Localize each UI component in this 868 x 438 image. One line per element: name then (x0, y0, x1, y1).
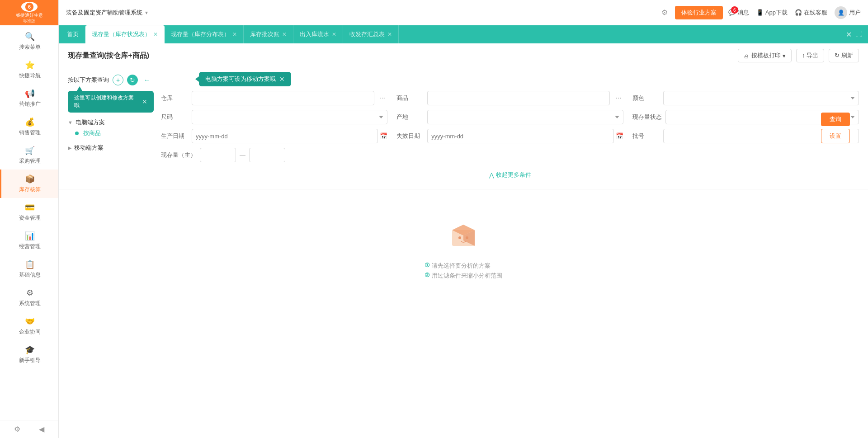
sidebar-footer: ⚙ ◀ (0, 420, 58, 438)
close-icon[interactable]: ✕ (153, 31, 158, 38)
stock-qty-max-input[interactable] (249, 148, 285, 162)
sidebar-item-collab[interactable]: 🤝 企业协同 (0, 312, 58, 340)
scheme-desktop-item[interactable]: 按商品 (75, 128, 154, 139)
warehouse-input[interactable] (192, 91, 374, 105)
sidebar-item-label: 企业协同 (19, 328, 41, 336)
sidebar-item-business[interactable]: 📊 经营管理 (0, 226, 58, 255)
goods-dots[interactable]: ··· (613, 94, 623, 102)
filter-grid: 仓库 ··· 商品 ··· 颜色 (161, 91, 859, 162)
template-print-btn[interactable]: 🖨 按模板打印 ▾ (738, 49, 792, 62)
close-icon[interactable]: ✕ (387, 31, 392, 38)
stock-status-label: 现存量状态 (632, 113, 662, 121)
card-icon: 💳 (25, 203, 35, 212)
sidebar-item-finance[interactable]: 💳 资金管理 (0, 198, 58, 226)
add-scheme-btn[interactable]: + (113, 75, 123, 85)
close-icon[interactable]: ✕ (282, 31, 287, 38)
topbar-right: 💬 6 消息 📱 App下载 🎧 在线客服 👤 用户 (728, 6, 861, 19)
goods-label: 商品 (396, 94, 424, 102)
online-support-btn[interactable]: 🎧 在线客服 (795, 9, 827, 17)
svg-point-6 (466, 236, 468, 239)
size-label: 尺码 (161, 113, 188, 121)
stock-qty-label: 现存量（主） (161, 151, 196, 159)
sidebar-item-purchase[interactable]: 🛒 采购管理 (0, 141, 58, 170)
mfg-date-input[interactable] (192, 129, 378, 143)
sidebar-item-system[interactable]: ⚙ 系统管理 (0, 283, 58, 312)
size-select[interactable] (192, 110, 387, 124)
box-icon: 📦 (25, 174, 35, 184)
color-select[interactable] (663, 91, 859, 105)
mfg-date-label: 生产日期 (161, 132, 188, 140)
refresh-btn[interactable]: ↻ 刷新 (829, 49, 859, 62)
app-download-label: App下载 (765, 9, 788, 17)
search-btn[interactable]: 查询 (821, 113, 850, 126)
reset-btn[interactable]: 设置 (821, 129, 850, 143)
tooltip-close-icon[interactable]: ✕ (279, 75, 285, 83)
tab-batch[interactable]: 库存批次账 ✕ (244, 25, 293, 43)
exp-date-input[interactable] (427, 129, 613, 143)
color-label: 颜色 (632, 94, 660, 102)
tab-stock-status[interactable]: 现存量（库存状况表） ✕ (85, 25, 165, 43)
stock-qty-min-input[interactable] (200, 148, 236, 162)
money-icon: 💰 (25, 117, 35, 127)
chevron-right-icon: ▶ (68, 145, 71, 151)
experience-btn[interactable]: 体验行业方案 (675, 6, 723, 19)
export-btn[interactable]: ↑ 导出 (796, 49, 824, 62)
filter-fields: 查询 设置 仓库 ··· 商品 ··· (154, 91, 859, 183)
settings-footer-icon[interactable]: ⚙ (14, 425, 20, 433)
sidebar-item-sales[interactable]: 💰 销售管理 (0, 113, 58, 141)
refresh-scheme-btn[interactable]: ↻ (127, 75, 138, 85)
tab-stock-dist[interactable]: 现存量（库存分布表） ✕ (165, 25, 244, 43)
filter-row-warehouse: 仓库 ··· (161, 91, 387, 105)
settings-icon[interactable]: ⚙ (661, 8, 668, 17)
fullscreen-icon[interactable]: ⛶ (855, 30, 863, 39)
phone-icon: 📱 (756, 9, 764, 16)
back-btn[interactable]: ← (142, 75, 152, 85)
sidebar-item-marketing[interactable]: 📢 营销推广 (0, 84, 58, 113)
list-icon: 📋 (25, 259, 35, 269)
filter-body: 这里可以创建和修改方案哦 ✕ ▼ 电脑端方案 按商品 (68, 91, 859, 183)
sidebar-item-nav[interactable]: ⭐ 快捷导航 (0, 56, 58, 84)
selected-dot (75, 132, 79, 135)
exp-date-label: 失效日期 (396, 132, 424, 140)
scheme-panel: 这里可以创建和修改方案哦 ✕ ▼ 电脑端方案 按商品 (68, 91, 154, 183)
empty-tip-2: 用过滤条件来缩小分析范围 (425, 272, 502, 280)
sidebar-item-search[interactable]: 🔍 搜索菜单 (0, 27, 58, 56)
close-icon[interactable]: ✕ (232, 31, 237, 38)
sidebar-nav: 🔍 搜索菜单 ⭐ 快捷导航 📢 营销推广 💰 销售管理 🛒 采购管理 📦 库存核… (0, 25, 58, 420)
tab-summary[interactable]: 收发存汇总表 ✕ (343, 25, 399, 43)
user-avatar-btn[interactable]: 👤 用户 (835, 6, 861, 19)
sidebar-item-label: 资金管理 (19, 214, 41, 222)
avatar: 👤 (835, 6, 847, 19)
collapse-bar[interactable]: ⋀ 收起更多条件 (161, 167, 859, 183)
scheme-item-label: 按商品 (83, 129, 101, 137)
calendar-icon[interactable]: 📅 (380, 132, 387, 140)
empty-state: 请先选择要分析的方案 用过滤条件来缩小分析范围 (59, 189, 868, 309)
sidebar-item-base-info[interactable]: 📋 基础信息 (0, 255, 58, 283)
origin-select[interactable] (427, 110, 623, 124)
filter-header: 按以下方案查询 + ↻ ← 电脑方案可设为移动方案哦 ✕ (68, 75, 859, 85)
close-icon[interactable]: ✕ (332, 31, 336, 38)
tooltip-arrow (195, 76, 199, 82)
app-download-btn[interactable]: 📱 App下载 (756, 9, 788, 17)
filter-row-stock-qty: 现存量（主） — (161, 148, 387, 162)
calendar2-icon[interactable]: 📅 (616, 132, 623, 140)
warehouse-dots[interactable]: ··· (378, 94, 387, 102)
sidebar-item-guide[interactable]: 🎓 新手引导 (0, 340, 58, 369)
empty-icon (445, 217, 481, 253)
headset-icon: 🎧 (795, 9, 802, 16)
tab-inout[interactable]: 出入库流水 ✕ (293, 25, 343, 43)
tabbar-actions: ✕ ⛶ (846, 30, 866, 39)
desktop-scheme-label: 电脑端方案 (75, 118, 105, 127)
chevron-right-icon: ▼ (68, 120, 73, 125)
tab-home[interactable]: 首页 (61, 25, 85, 43)
collapse-sidebar-icon[interactable]: ◀ (39, 425, 44, 433)
goods-input[interactable] (427, 91, 610, 105)
tooltip2-close-icon[interactable]: ✕ (142, 98, 147, 105)
batch-label: 批号 (632, 132, 660, 140)
sidebar-item-inventory[interactable]: 📦 库存核算 (0, 170, 58, 198)
search-actions: 查询 设置 (821, 113, 850, 143)
messages-label: 消息 (737, 9, 749, 17)
sidebar-item-label: 快捷导航 (19, 72, 41, 80)
messages-btn[interactable]: 💬 6 消息 (728, 9, 749, 17)
close-all-tabs-icon[interactable]: ✕ (846, 30, 852, 39)
